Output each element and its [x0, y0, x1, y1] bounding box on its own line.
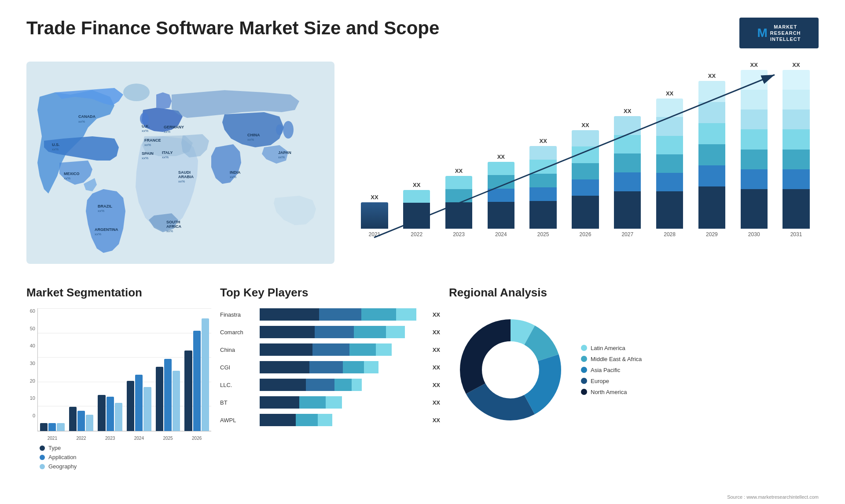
- player-value-comarch: XX: [433, 329, 440, 336]
- bar-2027-seg2: [614, 135, 641, 154]
- player-seg4-awpl: [318, 414, 332, 426]
- bar-2029-year: 2029: [706, 231, 718, 237]
- players-list: Finastra XX Comarch: [220, 308, 440, 426]
- map-label-canada: CANADA: [78, 114, 96, 119]
- seg-bar-2024-type: [127, 381, 134, 431]
- legend-label-europe: Europe: [591, 378, 609, 384]
- player-seg3-cgi: [343, 361, 364, 373]
- bar-2022-label: XX: [413, 182, 420, 188]
- player-seg4-bt: [326, 396, 342, 409]
- bar-2022-year: 2022: [411, 231, 422, 237]
- player-bar-finastra: [260, 308, 425, 321]
- bar-2029-seg6: [698, 186, 725, 229]
- player-bar-inner-cgi: [260, 361, 378, 373]
- seg-bar-2023-type: [98, 395, 105, 431]
- legend-label-mea: Middle East & Africa: [591, 356, 642, 362]
- bar-2025-seg4: [529, 187, 556, 201]
- bar-2029-seg4: [698, 144, 725, 165]
- map-label-japan: JAPAN: [278, 150, 291, 155]
- seg-y-10: 10: [26, 395, 35, 401]
- bar-2030-seg6: [741, 169, 768, 189]
- top-section: CANADA xx% U.S. xx% MEXICO xx% BRAZIL xx…: [26, 62, 819, 273]
- bar-2021: XX 2021: [356, 62, 393, 237]
- regional-legend: Latin America Middle East & Africa Asia …: [581, 345, 642, 395]
- seg-bar-2025-app: [164, 359, 172, 431]
- map-label-us: U.S.: [52, 142, 60, 147]
- player-name-llc: LLC.: [220, 382, 255, 388]
- player-seg4-cgi: [364, 361, 378, 373]
- legend-dot-north-america: [581, 389, 587, 395]
- logo-line1: MARKET: [770, 24, 801, 30]
- map-sublabel-us: xx%: [52, 147, 59, 151]
- seg-group-2025: 2025: [156, 310, 180, 431]
- bar-2029: XX 2029: [694, 62, 730, 237]
- bar-2030-seg7: [741, 189, 768, 229]
- bar-2026: XX 2026: [567, 62, 603, 237]
- seg-bar-2026-app: [193, 331, 201, 431]
- seg-group-2024: 2024: [127, 310, 151, 431]
- legend-dot-type: [40, 446, 45, 451]
- bar-2031-seg5: [783, 150, 809, 169]
- map-sublabel-spain: xx%: [142, 156, 148, 160]
- key-players-title: Top Key Players: [220, 286, 440, 299]
- bar-2024-seg3: [488, 189, 514, 202]
- donut-chart: [449, 308, 572, 431]
- bar-2022: XX 2022: [399, 62, 435, 237]
- bar-2028-seg6: [656, 191, 683, 229]
- svg-point-4: [276, 124, 283, 135]
- map-sublabel-argentina: xx%: [95, 232, 101, 236]
- bar-2028-seg4: [656, 154, 683, 173]
- map-sublabel-mexico: xx%: [64, 176, 70, 180]
- map-label-france: FRANCE: [144, 138, 161, 142]
- bar-2026-seg2: [572, 146, 599, 163]
- bar-2024-year: 2024: [495, 231, 507, 237]
- map-sublabel-italy: xx%: [162, 155, 169, 159]
- regional-section: Regional Analysis: [449, 286, 819, 497]
- player-row-cgi: CGI XX: [220, 361, 440, 373]
- legend-dot-europe: [581, 378, 587, 384]
- player-bar-awpl: [260, 414, 425, 426]
- bar-2023-label: XX: [455, 168, 463, 174]
- bar-2025-seg1: [529, 146, 556, 160]
- bar-2024-seg4: [488, 202, 514, 229]
- player-seg3-comarch: [354, 326, 386, 338]
- legend-type: Type: [40, 445, 211, 451]
- bar-2031-seg7: [783, 189, 809, 229]
- bar-2030-year: 2030: [748, 231, 760, 237]
- bar-2023-seg3: [445, 202, 472, 229]
- bar-2025-year: 2025: [537, 231, 549, 237]
- seg-xlabel-2024: 2024: [134, 436, 144, 441]
- player-name-finastra: Finastra: [220, 311, 255, 318]
- bar-2024-label: XX: [497, 153, 505, 160]
- segmentation-legend: Type Application Geography: [40, 445, 211, 470]
- seg-bar-2023-app: [107, 397, 114, 431]
- bar-2023-seg2: [445, 189, 472, 202]
- seg-bar-2022-type: [69, 407, 77, 431]
- bar-2031-seg3: [783, 110, 809, 129]
- seg-group-2026: 2026: [184, 310, 209, 431]
- seg-xlabel-2025: 2025: [163, 436, 173, 441]
- player-bar-comarch: [260, 326, 425, 338]
- player-bar-inner-awpl: [260, 414, 332, 426]
- map-label-germany: GERMANY: [164, 125, 184, 129]
- bar-2028: XX 2028: [652, 62, 688, 237]
- bar-2027: XX 2027: [610, 62, 646, 237]
- legend-dot-geography: [40, 464, 45, 469]
- bar-2025-seg2: [529, 160, 556, 173]
- bar-2030-seg3: [741, 110, 768, 129]
- seg-bar-2021-type: [40, 423, 48, 431]
- bar-2027-seg3: [614, 153, 641, 172]
- bar-chart-section: XX 2021 XX 2022 X: [352, 62, 819, 273]
- seg-y-50: 50: [26, 326, 35, 331]
- bar-2028-seg2: [656, 117, 683, 135]
- player-seg4-llc: [352, 379, 362, 391]
- bar-2028-year: 2028: [664, 231, 676, 237]
- player-seg4-finastra: [396, 308, 416, 321]
- map-sublabel-brazil: xx%: [98, 209, 104, 213]
- bar-2029-label: XX: [708, 73, 716, 79]
- bar-2028-label: XX: [666, 90, 673, 97]
- bar-2030: XX 2030: [736, 62, 772, 237]
- legend-label-north-america: North America: [591, 389, 627, 395]
- bar-2031-seg2: [783, 90, 809, 110]
- bar-2026-seg1: [572, 130, 599, 146]
